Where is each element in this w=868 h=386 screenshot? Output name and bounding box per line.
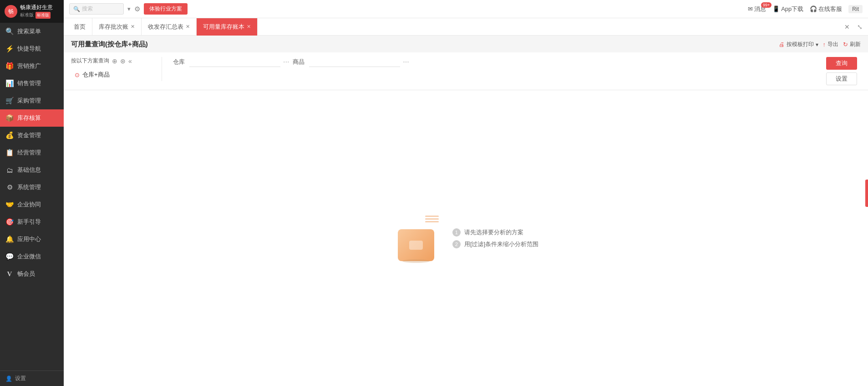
tab-stock-summary-close[interactable]: ✕ [186,24,190,30]
empty-tip-1: 1 请先选择要分析的方案 [452,228,538,237]
app-logo: 畅 [5,5,17,18]
tip-text-2: 用[过滤]条件来缩小分析范围 [464,240,538,248]
sidebar-item-label: 营销推广 [17,62,41,70]
product-label: 商品 [293,58,306,66]
refresh-icon: ↻ [843,41,848,48]
empty-tips: 1 请先选择要分析的方案 2 用[过滤]条件来缩小分析范围 [452,228,538,248]
export-btn[interactable]: ↑ 导出 [823,41,839,48]
guide-icon: 🎯 [5,218,14,226]
tab-available-stock[interactable]: 可用量库存账本 ✕ [197,18,258,36]
sidebar-item-vip[interactable]: V 畅会员 [0,265,64,283]
setting-button[interactable]: 设置 [826,72,857,85]
filter-scheme: 按以下方案查询 ⊕ ⊛ « ⊙ 仓库+商品 [71,57,162,81]
query-button[interactable]: 查询 [826,57,857,70]
purchase-icon: 🛒 [5,97,14,105]
sidebar-item-label: 企业协同 [17,201,41,209]
enterprise-icon: 🤝 [5,201,14,209]
app-name: 畅康通好生意 [20,4,53,11]
warehouse-more-icon[interactable]: ··· [283,58,289,66]
print-btn[interactable]: 🖨 按模板打印 ▾ [779,41,818,48]
add-scheme-btn[interactable]: ⊕ [112,57,117,65]
sidebar-item-label: 应用中心 [17,235,41,243]
filter-actions: 查询 设置 [822,57,861,85]
warehouse-input[interactable] [189,57,280,67]
empty-illustration [393,216,439,261]
tab-stock-summary[interactable]: 收发存汇总表 ✕ [142,18,197,36]
tab-available-stock-close[interactable]: ✕ [247,24,251,30]
filter-field-product: 商品 ··· [293,57,409,67]
tabs-bar: 首页 库存批次账 ✕ 收发存汇总表 ✕ 可用量库存账本 ✕ ✕ ⤡ [64,18,868,36]
sidebar-item-purchase[interactable]: 🛒 采购管理 [0,92,64,109]
collapse-scheme-btn[interactable]: « [128,57,132,65]
tab-batch-ledger[interactable]: 库存批次账 ✕ [92,18,142,36]
finance-icon: 💰 [5,131,14,139]
topbar-user[interactable]: Rit [848,5,863,13]
topbar-dropdown-icon[interactable]: ▾ [127,5,131,12]
sidebar-item-label: 新手引导 [17,218,41,226]
refresh-btn[interactable]: ↻ 刷新 [843,41,861,48]
topbar-online-service[interactable]: 🎧 在线客服 [810,5,842,13]
topbar-gear-icon[interactable]: ⚙ [134,5,140,13]
sidebar-header: 畅 畅康通好生意 标准版 标准版 [0,0,64,23]
product-more-icon[interactable]: ··· [403,58,409,66]
empty-shadow [402,259,430,263]
wechat-icon: 💬 [5,252,14,261]
trial-btn[interactable]: 体验行业方案 [144,3,188,15]
tab-batch-ledger-close[interactable]: ✕ [131,24,135,30]
print-dropdown-icon[interactable]: ▾ [816,41,818,48]
product-input[interactable] [309,57,400,67]
sidebar-item-label: 企业微信 [17,252,41,261]
app-version: 标准版 [20,12,34,18]
topbar-search[interactable]: 🔍 搜索 [69,3,124,15]
sidebar-item-label: 库存核算 [17,114,41,122]
window-expand-icon[interactable]: ⤡ [855,21,864,32]
sidebar-item-inventory[interactable]: 📦 库存核算 [0,109,64,127]
main-area: 🔍 搜索 ▾ ⚙ 体验行业方案 ✉ 消息 99+ 📱 App下载 🎧 在线客服 … [64,0,868,386]
manage-scheme-btn[interactable]: ⊛ [120,57,126,65]
filter-fields: 仓库 ··· 商品 ··· [168,57,817,67]
topbar: 🔍 搜索 ▾ ⚙ 体验行业方案 ✉ 消息 99+ 📱 App下载 🎧 在线客服 … [64,0,868,18]
tip-num-1: 1 [452,228,461,237]
quick-nav-icon: ⚡ [5,45,14,53]
sidebar-item-quick-nav[interactable]: ⚡ 快捷导航 [0,40,64,57]
sidebar-item-management[interactable]: 📋 经营管理 [0,144,64,161]
sidebar-item-guide[interactable]: 🎯 新手引导 [0,213,64,231]
sidebar-item-system[interactable]: ⚙ 系统管理 [0,179,64,196]
topbar-app-download[interactable]: 📱 App下载 [772,5,803,13]
topbar-right: ✉ 消息 99+ 📱 App下载 🎧 在线客服 Rit [748,5,863,13]
export-icon: ↑ [823,41,826,48]
sidebar-item-label: 销售管理 [17,79,41,87]
page-title: 可用量查询(按仓库+商品) [71,40,148,49]
service-icon: 🎧 [810,5,817,12]
scheme-item-warehouse-product[interactable]: ⊙ 仓库+商品 [71,68,156,81]
sidebar-item-finance[interactable]: 💰 资金管理 [0,127,64,144]
inventory-icon: 📦 [5,114,14,122]
search-icon: 🔍 [73,6,80,12]
app-info: 畅康通好生意 标准版 标准版 [20,4,53,19]
sidebar-item-label: 快捷导航 [17,45,41,53]
sidebar-item-wechat[interactable]: 💬 企业微信 [0,248,64,265]
sidebar-item-enterprise[interactable]: 🤝 企业协同 [0,196,64,213]
sidebar-item-search[interactable]: 🔍 搜索菜单 [0,23,64,40]
marketing-icon: 🎁 [5,62,14,70]
sidebar-item-basic-info[interactable]: 🗂 基础信息 [0,161,64,179]
sidebar-item-marketing[interactable]: 🎁 营销推广 [0,57,64,75]
sidebar-item-app-center[interactable]: 🔔 应用中心 [0,231,64,248]
app-center-icon: 🔔 [5,235,14,243]
sales-icon: 📊 [5,79,14,87]
empty-box [398,229,434,261]
topbar-message[interactable]: ✉ 消息 99+ [748,5,766,13]
right-scroll-indicator [865,180,868,207]
tab-home-label: 首页 [74,23,86,31]
tab-stock-summary-label: 收发存汇总表 [148,23,183,31]
sidebar-item-label: 采购管理 [17,97,41,105]
empty-box-face [409,241,423,250]
sidebar-item-sales[interactable]: 📊 销售管理 [0,75,64,92]
sidebar-scroll: 🔍 搜索菜单 ⚡ 快捷导航 🎁 营销推广 📊 销售管理 🛒 采购管理 📦 库存核… [0,23,64,371]
window-close-icon[interactable]: ✕ [843,21,852,32]
basic-info-icon: 🗂 [5,166,14,174]
scheme-item-icon: ⊙ [75,72,80,78]
sidebar: 畅 畅康通好生意 标准版 标准版 🔍 搜索菜单 ⚡ 快捷导航 🎁 营销推广 📊 … [0,0,64,386]
tab-home[interactable]: 首页 [67,18,92,36]
empty-line-1 [425,216,439,217]
